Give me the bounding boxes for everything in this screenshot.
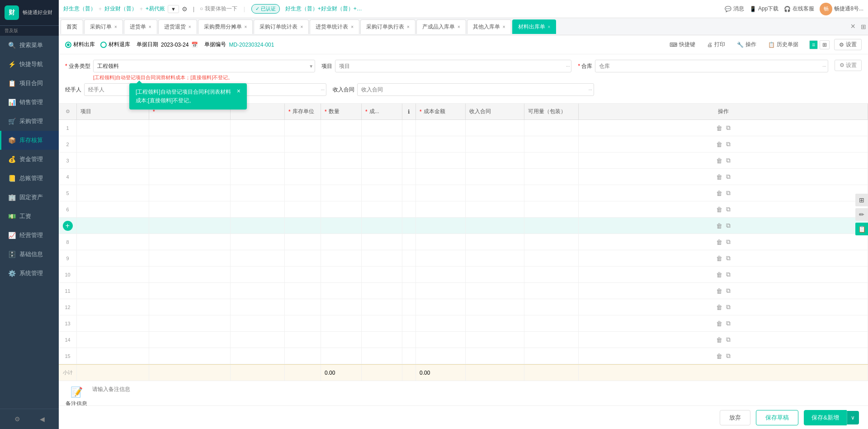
sidebar-item-operations[interactable]: 📈 经营管理 — [0, 226, 59, 245]
topbar-link-good-biz[interactable]: 好生意（普） — [63, 5, 96, 13]
sidebar-item-accounting[interactable]: 📒 总账管理 — [0, 169, 59, 188]
delete-icon[interactable]: 🗑 — [714, 270, 724, 279]
row-qty[interactable] — [321, 315, 362, 331]
project-input[interactable] — [335, 60, 571, 72]
row-contract[interactable] — [466, 136, 524, 152]
row-qty[interactable] — [321, 120, 362, 136]
side-tool-1[interactable]: ⊞ — [855, 194, 868, 206]
save-new-arrow-button[interactable]: ∨ — [847, 411, 859, 424]
row-project[interactable] — [77, 283, 149, 299]
row-cost-amt[interactable] — [416, 153, 466, 168]
user-menu[interactable]: 畅 畅捷通8号... — [820, 3, 863, 15]
row-spec[interactable] — [231, 120, 285, 136]
shortcut-key-button[interactable]: ⌨ 快捷键 — [666, 39, 699, 50]
tab-close-icon[interactable]: × — [149, 24, 151, 29]
tab-close-icon[interactable]: × — [245, 24, 247, 29]
row-cost-amt[interactable] — [416, 234, 466, 250]
copy-icon[interactable]: ⧉ — [724, 335, 732, 344]
radio-material-out[interactable]: 材料出库 — [65, 41, 95, 48]
row-qty[interactable] — [321, 250, 362, 266]
row-contract[interactable] — [466, 201, 524, 217]
row-unit[interactable] — [285, 185, 321, 201]
notes-input[interactable] — [92, 386, 862, 404]
tab-other-in[interactable]: 其他入库单 × — [467, 19, 511, 34]
row-material[interactable] — [149, 201, 231, 217]
form-settings-btn[interactable]: ⚙ 设置 — [835, 60, 862, 71]
row-project[interactable] — [77, 332, 149, 348]
tab-close-icon[interactable]: × — [351, 24, 354, 29]
row-contract[interactable] — [466, 153, 524, 168]
print-button[interactable]: 🖨 打印 — [703, 39, 729, 50]
row-qty[interactable] — [321, 299, 362, 315]
tab-purchase-order[interactable]: 采购订单 × — [84, 19, 123, 34]
row-cost-amt[interactable] — [416, 250, 466, 266]
row-unit[interactable] — [285, 120, 321, 136]
row-project[interactable] — [77, 315, 149, 331]
copy-icon[interactable]: ⧉ — [724, 351, 732, 361]
row-spec[interactable] — [231, 153, 285, 168]
row-project[interactable] — [77, 120, 149, 136]
row-project[interactable] — [77, 153, 149, 168]
row-project[interactable] — [77, 250, 149, 266]
row-cost[interactable] — [362, 348, 402, 364]
copy-icon[interactable]: ⧉ — [724, 221, 732, 230]
copy-icon[interactable]: ⧉ — [724, 156, 732, 165]
row-project[interactable] — [77, 267, 149, 282]
delete-icon[interactable]: 🗑 — [714, 189, 724, 198]
row-cost-amt[interactable] — [416, 120, 466, 136]
row-cost[interactable] — [362, 185, 402, 201]
dropdown-icon[interactable]: ▼ — [309, 64, 313, 69]
tab-close-icon[interactable]: × — [503, 24, 505, 29]
sidebar-item-shortcut[interactable]: ⚡ 快捷导航 — [0, 55, 59, 74]
project-dots-icon[interactable]: ··· — [566, 64, 570, 69]
tab-material-out[interactable]: 材料出库单 × — [512, 19, 557, 34]
row-unit[interactable] — [285, 169, 321, 185]
row-cost[interactable] — [362, 136, 402, 152]
row-cost[interactable] — [362, 332, 402, 348]
row-unit[interactable] — [285, 332, 321, 348]
row-contract[interactable] — [466, 348, 524, 364]
row-spec[interactable] — [231, 250, 285, 266]
row-spec[interactable] — [231, 299, 285, 315]
save-draft-button[interactable]: 保存草稿 — [756, 410, 798, 425]
tab-goods-stat[interactable]: 进货单统计表 × — [310, 19, 359, 34]
row-cost[interactable] — [362, 267, 402, 282]
row-material[interactable] — [149, 332, 231, 348]
app-download-button[interactable]: 📱 App下载 — [750, 5, 778, 13]
delete-icon[interactable]: 🗑 — [714, 238, 724, 247]
row-unit[interactable] — [285, 315, 321, 331]
tab-more-icon[interactable]: ⊞ — [861, 23, 866, 30]
discard-button[interactable]: 放弃 — [720, 410, 750, 425]
row-material[interactable] — [149, 348, 231, 364]
tab-product-in[interactable]: 产成品入库单 × — [416, 19, 466, 34]
row-qty[interactable] — [321, 332, 362, 348]
row-qty[interactable] — [321, 185, 362, 201]
row-cost[interactable] — [362, 315, 402, 331]
tab-close-icon[interactable]: × — [189, 24, 191, 29]
row-spec[interactable] — [231, 234, 285, 250]
row-material[interactable] — [149, 250, 231, 266]
row-contract[interactable] — [466, 299, 524, 315]
copy-icon[interactable]: ⧉ — [724, 286, 732, 296]
row-cost[interactable] — [362, 169, 402, 185]
row-qty[interactable] — [321, 153, 362, 168]
radio-material-return[interactable]: 材料退库 — [100, 41, 130, 48]
row-material[interactable] — [149, 283, 231, 299]
row-material[interactable] — [149, 185, 231, 201]
add-row-material[interactable] — [149, 218, 231, 234]
row-project[interactable] — [77, 136, 149, 152]
row-contract[interactable] — [466, 234, 524, 250]
copy-icon[interactable]: ⧉ — [724, 205, 732, 214]
settings-button[interactable]: ⚙ — [13, 414, 22, 424]
row-material[interactable] — [149, 267, 231, 282]
row-spec[interactable] — [231, 201, 285, 217]
row-contract[interactable] — [466, 169, 524, 185]
side-tool-3[interactable]: 📋 — [855, 223, 868, 235]
delete-icon[interactable]: 🗑 — [714, 140, 724, 149]
tab-close-icon[interactable]: × — [548, 24, 551, 29]
row-contract[interactable] — [466, 332, 524, 348]
tab-purchase-stat[interactable]: 采购订单统计表 × — [254, 19, 309, 34]
topbar-more-links[interactable]: 好生意（普）+好业财（普）+… — [285, 5, 362, 13]
row-contract[interactable] — [466, 250, 524, 266]
row-spec[interactable] — [231, 315, 285, 331]
